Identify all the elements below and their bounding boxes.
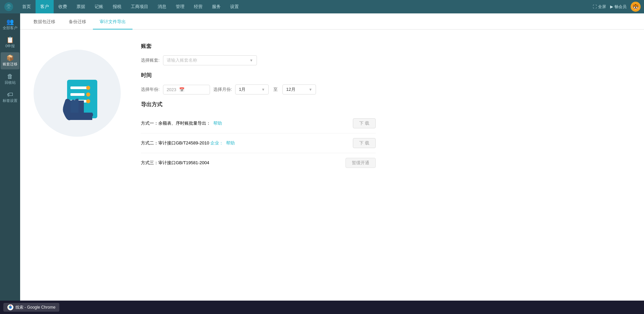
- sidebar-item-label-tag: 标签设置: [3, 99, 17, 103]
- account-placeholder: 请输入账套名称: [167, 57, 197, 63]
- svg-point-7: [86, 92, 90, 97]
- export-method-3-label: 方式三：审计接口GB/T19581-2004: [141, 160, 209, 166]
- form-area: 账套 选择账套: 请输入账套名称 ▼ 时间 选择年份: 2023 📅: [141, 43, 376, 287]
- sidebar-item-label-declaration: 0申报: [5, 44, 15, 48]
- chevron-down-icon: ▼: [250, 58, 253, 62]
- sidebar-item-label-customers: 全部客户: [3, 26, 17, 30]
- nav-service[interactable]: 服务: [207, 0, 225, 13]
- account-select[interactable]: 请输入账套名称 ▼: [163, 55, 257, 65]
- migration-icon: 📦: [6, 55, 14, 61]
- export-method-2-label: 方式二：审计接口GB/T24589-2010 企业： 帮助: [141, 140, 235, 146]
- nav-settings[interactable]: 设置: [225, 0, 244, 13]
- svg-point-8: [86, 99, 90, 103]
- fullscreen-label: 全屏: [598, 4, 606, 10]
- sidebar-item-label-migration: 账套迁移: [3, 62, 17, 66]
- export-method-3: 方式三：审计接口GB/T19581-2004 暂缓开通: [141, 153, 376, 173]
- play-icon: ▶: [610, 4, 613, 9]
- export-methods: 方式一：余额表、序时账批量导出： 帮助 下 载 方式二：审计接口GB/T2458…: [141, 114, 376, 173]
- nav-right-area: ⛶ 全屏 ▶ 畅会员 🐯: [593, 2, 641, 12]
- nav-management[interactable]: 管理: [171, 0, 189, 13]
- main-layout: 👥 全部客户 📋 0申报 📦 账套迁移 🗑 回收站 🏷 标签设置 数据包迁移 备…: [0, 13, 644, 301]
- month-label: 选择月份:: [213, 86, 232, 92]
- svg-rect-2: [70, 86, 87, 89]
- year-value: 2023: [167, 87, 176, 92]
- svg-point-6: [86, 86, 90, 90]
- nav-home[interactable]: 首页: [17, 0, 36, 13]
- illustration-area: [34, 43, 121, 287]
- month-end-chevron-icon: ▼: [309, 87, 312, 91]
- method-1-download-button[interactable]: 下 载: [353, 118, 376, 128]
- month-start-value: 1月: [239, 86, 246, 92]
- app-logo: [3, 1, 14, 12]
- svg-rect-3: [70, 93, 85, 96]
- month-start-chevron-icon: ▼: [261, 87, 265, 91]
- nav-bookkeeping[interactable]: 记账: [90, 0, 108, 13]
- sidebar: 👥 全部客户 📋 0申报 📦 账套迁移 🗑 回收站 🏷 标签设置: [0, 13, 20, 301]
- sidebar-item-zero-declaration[interactable]: 📋 0申报: [1, 34, 19, 51]
- recycle-icon: 🗑: [7, 73, 13, 79]
- page-content: 账套 选择账套: 请输入账套名称 ▼ 时间 选择年份: 2023 📅: [20, 29, 644, 301]
- to-separator: 至: [273, 86, 278, 92]
- illustration-svg: [44, 56, 111, 130]
- nav-fee[interactable]: 收费: [54, 0, 72, 13]
- year-label: 选择年份:: [141, 86, 160, 92]
- method-1-text: 方式一：余额表、序时账批量导出：: [141, 121, 211, 126]
- month-end-select[interactable]: 12月 ▼: [282, 84, 316, 95]
- fullscreen-button[interactable]: ⛶ 全屏: [593, 4, 606, 10]
- calendar-icon: 📅: [179, 87, 184, 92]
- method-1-help-link[interactable]: 帮助: [213, 121, 222, 126]
- taskbar-item-label: 线索 - Google Chrome: [15, 305, 55, 310]
- user-avatar[interactable]: 🐯: [631, 2, 641, 12]
- customers-icon: 👥: [6, 19, 14, 25]
- export-section-title: 导出方式: [141, 101, 376, 108]
- declaration-icon: 📋: [6, 37, 14, 43]
- method-3-text: 方式三：审计接口GB/T19581-2004: [141, 160, 209, 165]
- tag-icon: 🏷: [7, 91, 13, 98]
- tab-audit-export[interactable]: 审计文件导出: [93, 15, 132, 29]
- chrome-icon: [7, 304, 13, 310]
- sidebar-item-all-customers[interactable]: 👥 全部客户: [1, 16, 19, 33]
- nav-menu: 首页 客户 收费 票据 记账 报税 工商项目 消息 管理 经营 服务 设置: [17, 0, 593, 13]
- method-2-company-link[interactable]: 企业：: [210, 140, 223, 145]
- sidebar-item-label-recycle: 回收站: [5, 80, 16, 85]
- month-end-value: 12月: [286, 86, 295, 92]
- tab-backup-migration[interactable]: 备份迁移: [62, 15, 93, 29]
- method-2-text: 方式二：审计接口GB/T24589-2010: [141, 140, 209, 145]
- member-label: 畅会员: [614, 4, 627, 10]
- method-2-help-link[interactable]: 帮助: [226, 140, 235, 145]
- time-section-title: 时间: [141, 72, 376, 79]
- nav-operation[interactable]: 经营: [189, 0, 207, 13]
- year-input[interactable]: 2023 📅: [163, 85, 210, 95]
- export-method-1: 方式一：余额表、序时账批量导出： 帮助 下 载: [141, 114, 376, 133]
- content-area: 数据包迁移 备份迁移 审计文件导出: [20, 13, 644, 301]
- nav-invoice[interactable]: 票据: [72, 0, 90, 13]
- fullscreen-icon: ⛶: [593, 4, 597, 9]
- nav-business[interactable]: 工商项目: [126, 0, 153, 13]
- svg-point-0: [4, 2, 13, 11]
- sidebar-item-tag-settings[interactable]: 🏷 标签设置: [1, 89, 19, 106]
- tabs-bar: 数据包迁移 备份迁移 审计文件导出: [20, 13, 644, 29]
- taskbar: 线索 - Google Chrome: [0, 301, 644, 314]
- top-navigation: 首页 客户 收费 票据 记账 报税 工商项目 消息 管理 经营 服务 设置 ⛶ …: [0, 0, 644, 13]
- account-section-title: 账套: [141, 43, 376, 50]
- method-2-download-button[interactable]: 下 载: [353, 138, 376, 148]
- account-label: 选择账套:: [141, 57, 160, 63]
- tab-data-migration[interactable]: 数据包迁移: [27, 15, 62, 29]
- export-method-1-label: 方式一：余额表、序时账批量导出： 帮助: [141, 120, 222, 126]
- member-button[interactable]: ▶ 畅会员: [610, 4, 627, 10]
- nav-customer[interactable]: 客户: [36, 0, 54, 13]
- account-row: 选择账套: 请输入账套名称 ▼: [141, 55, 376, 65]
- nav-tax[interactable]: 报税: [108, 0, 126, 13]
- nav-message[interactable]: 消息: [153, 0, 171, 13]
- taskbar-chrome-item[interactable]: 线索 - Google Chrome: [3, 303, 59, 312]
- sidebar-item-account-migration[interactable]: 📦 账套迁移: [1, 52, 19, 69]
- method-3-coming-soon-button[interactable]: 暂缓开通: [345, 158, 376, 168]
- time-row: 选择年份: 2023 📅 选择月份: 1月 ▼ 至 12月 ▼: [141, 84, 376, 95]
- sidebar-item-recycle[interactable]: 🗑 回收站: [1, 71, 19, 87]
- month-start-select[interactable]: 1月 ▼: [235, 84, 269, 95]
- illustration-circle: [34, 50, 121, 137]
- export-method-2: 方式二：审计接口GB/T24589-2010 企业： 帮助 下 载: [141, 133, 376, 153]
